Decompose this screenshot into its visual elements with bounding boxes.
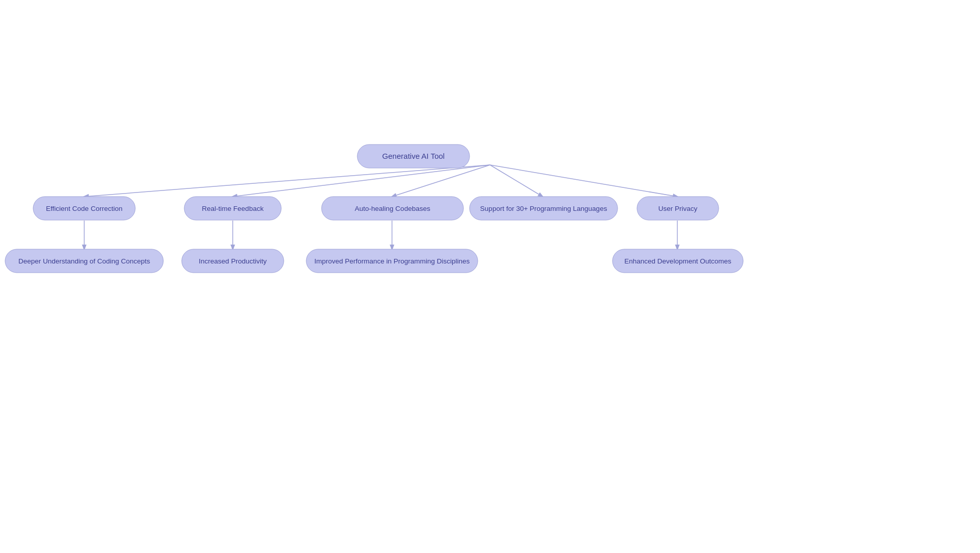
node-enhanced-label: Enhanced Development Outcomes	[624, 257, 731, 265]
node-autohealing-label: Auto-healing Codebases	[355, 205, 430, 212]
node-performance-label: Improved Performance in Programming Disc…	[314, 257, 470, 265]
line-root-privacy	[490, 165, 677, 197]
node-productivity-label: Increased Productivity	[199, 257, 267, 265]
mind-map-diagram: Generative AI Tool Efficient Code Correc…	[0, 0, 980, 553]
node-efficient-label: Efficient Code Correction	[46, 205, 122, 212]
node-support-label: Support for 30+ Programming Languages	[480, 205, 607, 212]
node-deeper-label: Deeper Understanding of Coding Concepts	[18, 257, 150, 265]
line-root-efficient	[84, 165, 490, 197]
line-root-autohealing	[392, 165, 490, 197]
node-privacy-label: User Privacy	[658, 205, 698, 212]
node-root-label: Generative AI Tool	[382, 152, 445, 160]
line-root-realtime	[233, 165, 490, 197]
node-realtime-label: Real-time Feedback	[202, 205, 264, 212]
